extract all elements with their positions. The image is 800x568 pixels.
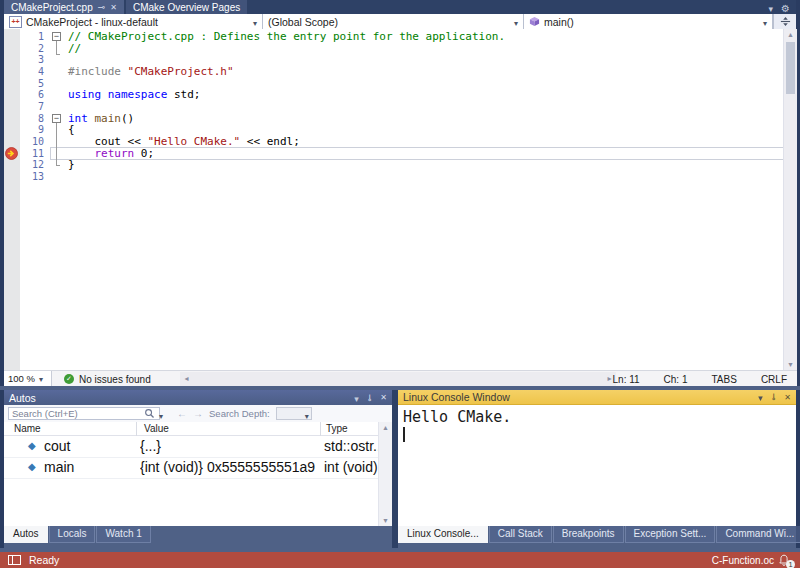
close-icon[interactable]	[380, 392, 387, 403]
linux-console-window: Linux Console Window Hello CMake. Linux …	[398, 390, 796, 548]
method-cube-icon	[529, 16, 540, 27]
pin-icon[interactable]	[770, 392, 778, 402]
close-icon[interactable]	[110, 2, 117, 13]
search-icon[interactable]	[144, 408, 155, 419]
tab-label: CMake Overview Pages	[133, 2, 240, 13]
tab-locals[interactable]: Locals	[49, 526, 96, 543]
tab-autos[interactable]: Autos	[4, 526, 48, 543]
autos-title-bar[interactable]: Autos	[4, 390, 392, 405]
notification-label[interactable]: C-Function.oc	[712, 555, 774, 566]
column-header-value[interactable]: Value	[144, 423, 169, 434]
window-menu-icon[interactable]	[758, 391, 763, 403]
pin-icon[interactable]	[366, 393, 374, 403]
member-dropdown-value: main()	[544, 16, 574, 28]
column-divider[interactable]	[320, 422, 321, 436]
watch-row-cout[interactable]: cout {...} std::ostr...	[4, 436, 379, 458]
code-line-6: using namespace std;	[68, 89, 200, 101]
code-line-11: return 0;	[68, 148, 154, 160]
search-options-chevron-icon[interactable]	[159, 405, 163, 423]
code-line-2: //	[68, 43, 81, 55]
variable-name: cout	[44, 438, 70, 454]
column-header-name[interactable]: Name	[14, 423, 41, 434]
split-icon	[780, 16, 791, 27]
health-message: No issues found	[79, 374, 151, 385]
console-output-text: Hello CMake.	[403, 408, 511, 426]
code-editor[interactable]: 1 2 3 4 5 6 7 8 9 10 11 12 13 // CMakePr…	[4, 29, 797, 370]
pin-icon[interactable]	[98, 2, 106, 12]
scroll-up-icon[interactable]	[379, 422, 392, 433]
zoom-control[interactable]: 100 %	[4, 371, 52, 386]
console-title: Linux Console Window	[403, 391, 510, 403]
breakpoint-margin[interactable]	[4, 29, 20, 370]
scroll-down-icon[interactable]	[379, 515, 392, 526]
column-divider[interactable]	[136, 422, 137, 436]
tab-call-stack[interactable]: Call Stack	[489, 526, 552, 543]
document-health-indicator[interactable]: No issues found	[64, 372, 151, 386]
autos-vertical-scrollbar[interactable]	[378, 422, 392, 526]
line-number: 1	[38, 31, 44, 43]
tab-linux-console[interactable]: Linux Console...	[398, 526, 488, 543]
chevron-down-icon	[305, 405, 309, 423]
outline-guide	[56, 54, 60, 55]
code-surface[interactable]: // CMakeProject.cpp : Defines the entry …	[50, 29, 784, 370]
notification-bell[interactable]: 1	[778, 554, 792, 567]
autos-title: Autos	[9, 392, 36, 404]
current-statement-breakpoint-icon[interactable]	[5, 147, 18, 160]
editor-bottom-bar: 100 % No issues found Ln: 11 Ch: 1 TABS …	[4, 370, 797, 386]
console-title-bar[interactable]: Linux Console Window	[398, 390, 796, 405]
scroll-left-icon[interactable]	[180, 372, 193, 386]
tab-cmake-overview-pages[interactable]: CMake Overview Pages	[126, 0, 247, 14]
variable-value: {...}	[140, 438, 316, 454]
scroll-up-icon[interactable]	[784, 29, 797, 40]
tab-watch-1[interactable]: Watch 1	[96, 526, 150, 543]
line-number: 3	[38, 54, 44, 66]
project-dropdown-value: CMakeProject - linux-default	[26, 16, 158, 28]
fold-collapse-icon[interactable]	[52, 114, 61, 123]
line-ending-indicator[interactable]: CRLF	[761, 374, 787, 385]
line-indicator[interactable]: Ln: 11	[613, 374, 640, 385]
tab-exception-settings[interactable]: Exception Sett...	[625, 526, 716, 543]
watch-row-main[interactable]: main {int (void)} 0x5555555551a9 <... in…	[4, 457, 379, 479]
line-number: 9	[38, 124, 44, 136]
scope-dropdown[interactable]: (Global Scope)	[263, 14, 524, 29]
document-tab-strip: CMakeProject.cpp CMake Overview Pages	[4, 0, 796, 14]
chevron-down-icon	[763, 16, 767, 28]
line-number: 12	[32, 159, 44, 171]
status-right-group: C-Function.oc 1	[712, 554, 792, 567]
fold-collapse-icon[interactable]	[52, 32, 61, 41]
project-dropdown[interactable]: ++ CMakeProject - linux-default	[4, 14, 263, 29]
line-number: 13	[32, 171, 44, 183]
member-dropdown[interactable]: main()	[524, 14, 773, 29]
status-panel-icon[interactable]	[8, 555, 21, 565]
variable-icon	[28, 440, 36, 451]
scroll-down-icon[interactable]	[784, 359, 797, 370]
code-line-4: #include "CMakeProject.h"	[68, 66, 234, 78]
close-icon[interactable]	[784, 392, 791, 403]
split-window-button[interactable]	[773, 14, 796, 29]
chevron-down-icon	[39, 373, 43, 384]
variable-icon	[28, 461, 36, 472]
zoom-value: 100 %	[8, 373, 35, 384]
editor-horizontal-scrollbar[interactable]	[180, 372, 616, 386]
tab-cmakeproject-cpp[interactable]: CMakeProject.cpp	[4, 0, 124, 14]
window-menu-icon[interactable]	[354, 392, 359, 404]
outline-guide	[56, 123, 57, 165]
search-input[interactable]	[8, 407, 160, 420]
status-bar: Ready C-Function.oc 1	[0, 552, 800, 568]
column-indicator[interactable]: Ch: 1	[664, 374, 688, 385]
editor-navigation-bar: ++ CMakeProject - linux-default (Global …	[4, 14, 796, 29]
chevron-down-icon	[253, 16, 257, 28]
editor-vertical-scrollbar[interactable]	[783, 29, 797, 370]
cpp-project-icon: ++	[9, 16, 22, 28]
tab-command-window[interactable]: Command Wi...	[716, 526, 800, 543]
tabs-indicator[interactable]: TABS	[711, 374, 736, 385]
search-forward-icon[interactable]	[193, 409, 203, 419]
tab-breakpoints[interactable]: Breakpoints	[553, 526, 624, 543]
console-output-area[interactable]: Hello CMake.	[398, 405, 796, 526]
scrollbar-thumb[interactable]	[786, 42, 795, 94]
line-number: 6	[38, 89, 44, 101]
search-back-icon[interactable]	[177, 409, 187, 419]
search-depth-dropdown[interactable]	[276, 407, 312, 420]
search-depth-label: Search Depth:	[209, 408, 270, 419]
column-header-type[interactable]: Type	[326, 423, 348, 434]
